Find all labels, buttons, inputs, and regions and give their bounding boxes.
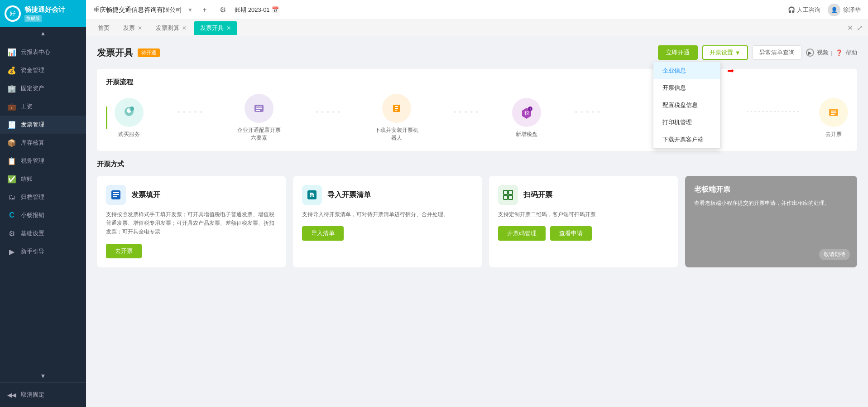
sidebar-item-jichushezhi-label: 基础设置 [21, 229, 44, 237]
calendar-icon[interactable]: 📅 [272, 6, 279, 13]
page-header: 发票开具 待开通 立即开通 开票设置 ▼ 企业信息 [97, 45, 857, 60]
methods-section: 开票方式 [97, 160, 857, 267]
tabs-bar: 首页 发票 ✕ 发票测算 ✕ 发票开具 ✕ ✕ ⤢ [86, 20, 868, 36]
method-import-header: 导入开票清单 [302, 185, 473, 205]
method-fill-btn[interactable]: 去开票 [106, 244, 142, 258]
settings-dropdown-menu: 企业信息 开票信息 配置税盘信息 打印机管理 [653, 62, 721, 149]
step-connector-3: - - - - - [419, 107, 512, 117]
avatar: 👤 [828, 4, 840, 16]
page-title-row: 发票开具 待开通 [97, 47, 160, 59]
service-btn[interactable]: 🎧 人工咨询 [788, 6, 820, 14]
maximize-btn[interactable]: ⤢ [857, 24, 863, 32]
tab-fapiao-cesuan[interactable]: 发票测算 ✕ [149, 21, 193, 35]
method-fill-desc: 支持按照发票样式手工填开发票；可开具增值税电子普通发票、增值税普通发票、增值税专… [106, 210, 277, 237]
settings-btn[interactable]: ⚙ [216, 4, 229, 16]
help-label[interactable]: 帮助 [845, 48, 857, 57]
shuiwu-icon: 📋 [7, 156, 16, 165]
help-icon[interactable]: ❓ [835, 49, 843, 56]
sidebar-item-jichushezhi[interactable]: ⚙ 基础设置 [0, 224, 86, 242]
exception-list-btn[interactable]: 异常清单查询 [753, 45, 801, 60]
cancel-pin-icon: ◀◀ [7, 392, 16, 398]
sidebar-item-fapiao[interactable]: 🧾 发票管理 [0, 116, 86, 134]
tab-kaiju-close[interactable]: ✕ [226, 25, 231, 31]
method-scan-btn2[interactable]: 查看申请 [550, 226, 592, 241]
tab-fapiao-close[interactable]: ✕ [138, 25, 142, 31]
sidebar-item-zijin[interactable]: 💰 资金管理 [0, 61, 86, 79]
settings-btn-label: 开票设置 [710, 48, 733, 57]
svg-text:税: 税 [524, 110, 529, 116]
scroll-up-btn[interactable]: ▲ [0, 27, 86, 39]
sidebar-bottom: ◀◀ 取消固定 [0, 382, 86, 407]
boss-desc: 查看老板端小程序提交的开票申请，并作出相应的处理。 [694, 199, 848, 208]
method-scan-title: 扫码开票 [523, 190, 552, 200]
add-company-btn[interactable]: + [198, 4, 211, 16]
methods-grid: 发票填开 支持按照发票样式手工填开发票；可开具增值税电子普通发票、增值税普通发票… [97, 176, 857, 267]
red-arrow-indicator: ➡ [727, 66, 734, 76]
step3-icon-wrap [382, 94, 411, 123]
method-scan-btn1[interactable]: 开票码管理 [498, 226, 546, 241]
jiezhang-icon: ✅ [7, 174, 16, 184]
dropdown-item-tax-disk[interactable]: 配置税盘信息 [653, 97, 720, 114]
svg-rect-27 [504, 195, 508, 199]
svg-rect-26 [508, 190, 513, 194]
tab-fapiao[interactable]: 发票 ✕ [117, 21, 149, 35]
step-connector-2: - - - - - [282, 107, 374, 117]
tab-cesuan-close[interactable]: ✕ [182, 25, 187, 31]
sidebar-item-shuiwu[interactable]: 📋 税务管理 [0, 152, 86, 170]
sidebar-item-jiezhang[interactable]: ✅ 结账 [0, 170, 86, 188]
sidebar-item-yunbao-label: 云报表中心 [21, 48, 50, 56]
video-help-area: ▶ 视频 | ❓ 帮助 [806, 48, 857, 57]
close-window-btn[interactable]: ✕ [847, 24, 853, 32]
step-connector-extra2: - - - - - - - - - - - - - - [726, 108, 819, 115]
method-fill-icon [106, 185, 126, 205]
play-icon[interactable]: ▶ [806, 48, 814, 57]
method-import-desc: 支持导入待开票清单，可对待开票清单进行拆分、合并处理。 [302, 210, 473, 219]
settings-dropdown-container: 开票设置 ▼ 企业信息 开票信息 配置税盘信息 [702, 45, 748, 60]
sidebar-item-xinshouyindao[interactable]: ▶ 新手引导 [0, 242, 86, 261]
gongzi-icon: 💼 [7, 102, 16, 111]
sidebar-item-guidang[interactable]: 🗂 归档管理 [0, 188, 86, 206]
sidebar-item-xiaochang[interactable]: C 小畅报销 [0, 206, 86, 224]
sidebar-item-yunbao[interactable]: 📊 云报表中心 [0, 43, 86, 61]
tab-fapiao-kaiju[interactable]: 发票开具 ✕ [194, 21, 237, 35]
sidebar-item-jiezhang-label: 结账 [21, 175, 33, 183]
svg-rect-28 [508, 195, 513, 199]
brand-name: 畅捷通好会计 [24, 5, 65, 14]
dropdown-item-invoice-info[interactable]: 开票信息 [653, 79, 720, 97]
process-title: 开票流程 [106, 78, 848, 87]
company-dropdown-arrow[interactable]: ▼ [187, 7, 193, 13]
process-step-3: 下载并安装开票机器人 [374, 94, 419, 142]
topbar-right: 🎧 人工咨询 👤 徐泽华 [788, 4, 861, 16]
scroll-down-btn[interactable]: ▼ [0, 370, 86, 382]
method-import-btn[interactable]: 导入清单 [302, 226, 344, 241]
step-indicator-bar [106, 107, 107, 129]
header-actions: 立即开通 开票设置 ▼ 企业信息 开票信息 [658, 45, 857, 60]
sidebar-item-gongzi[interactable]: 💼 工资 [0, 97, 86, 116]
sidebar-item-kucun[interactable]: 📦 库存核算 [0, 134, 86, 152]
cancel-pin-btn[interactable]: ◀◀ 取消固定 [0, 386, 86, 403]
method-import-title: 导入开票清单 [327, 190, 371, 200]
logo: 好 [5, 5, 21, 22]
sidebar-item-kucun-label: 库存核算 [21, 139, 44, 147]
fapiao-icon: 🧾 [7, 120, 16, 129]
step5-label: 去开票 [825, 131, 842, 138]
process-step-1: + 购买服务 [115, 98, 144, 138]
boss-title: 老板端开票 [694, 185, 848, 194]
gudingzichan-icon: 🏢 [7, 84, 16, 93]
dropdown-item-printer[interactable]: 打印机管理 [653, 114, 720, 131]
main-area: 重庆畅捷交通信息咨询有限公司 ▼ + ⚙ 账期 2023-01 📅 🎧 人工咨询… [86, 0, 868, 407]
dropdown-item-company-info[interactable]: 企业信息 [653, 62, 720, 79]
boss-badge: 敬请期待 [819, 249, 850, 260]
tab-home[interactable]: 首页 [91, 21, 116, 35]
headset-icon: 🎧 [788, 6, 795, 13]
sidebar-header: 好 畅捷通好会计 旗舰版 [0, 0, 86, 27]
settings-btn[interactable]: 开票设置 ▼ [702, 45, 748, 60]
dropdown-item-download-client[interactable]: 下载开票客户端 [653, 131, 720, 148]
user-menu[interactable]: 👤 徐泽华 [828, 4, 861, 16]
activate-btn[interactable]: 立即开通 [658, 45, 698, 60]
service-label: 人工咨询 [797, 6, 820, 14]
video-label[interactable]: 视频 [817, 48, 829, 57]
download-client-label: 下载开票客户端 [662, 136, 704, 143]
sidebar-item-gudingzichan[interactable]: 🏢 固定资产 [0, 79, 86, 97]
svg-text:+: + [529, 107, 532, 111]
